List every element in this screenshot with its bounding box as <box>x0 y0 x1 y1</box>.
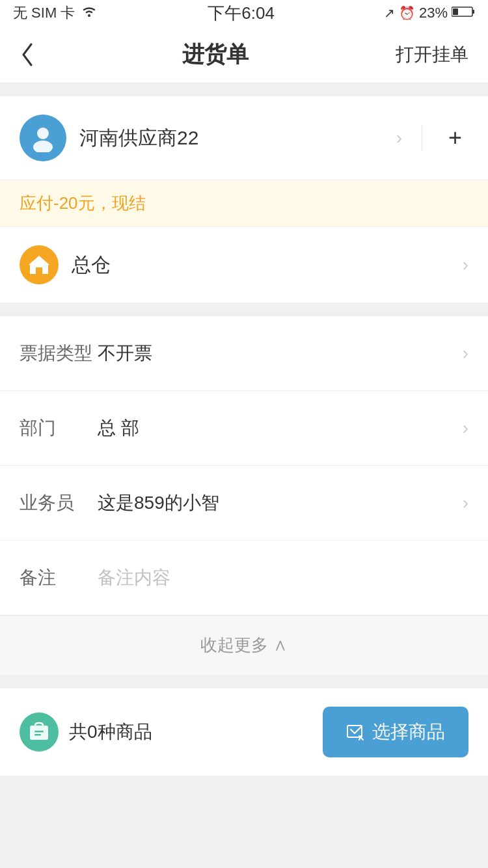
salesperson-value: 这是859的小智 <box>98 491 463 515</box>
section-divider-2 <box>0 303 488 316</box>
svg-point-0 <box>88 14 90 17</box>
salesperson-label: 业务员 <box>20 491 98 515</box>
supplier-section: 河南供应商22 › + 应付-20元，现结 总仓 › <box>0 96 488 303</box>
form-row-salesperson[interactable]: 业务员 这是859的小智 › <box>0 465 488 540</box>
svg-rect-8 <box>36 267 42 274</box>
svg-point-5 <box>33 141 53 152</box>
page-title: 进货单 <box>182 40 249 70</box>
status-bar: 无 SIM 卡 下午6:04 ↗ ⏰ 23% <box>0 0 488 26</box>
notice-text: 应付-20元，现结 <box>20 193 146 213</box>
status-right: ↗ ⏰ 23% <box>384 5 475 21</box>
back-button[interactable] <box>20 42 35 68</box>
svg-marker-7 <box>29 256 49 265</box>
select-products-label: 选择商品 <box>372 720 445 744</box>
section-divider-1 <box>0 83 488 96</box>
battery-label: 23% <box>419 5 448 21</box>
page: 无 SIM 卡 下午6:04 ↗ ⏰ 23% <box>0 0 488 868</box>
alarm-icon: ⏰ <box>399 5 415 21</box>
warehouse-name: 总仓 <box>72 252 463 278</box>
form-section: 票据类型 不开票 › 部门 总 部 › 业务员 这是859的小智 › 备注 备注… <box>0 316 488 615</box>
avatar <box>20 115 66 161</box>
svg-rect-9 <box>30 726 48 740</box>
status-left: 无 SIM 卡 <box>13 3 98 23</box>
add-supplier-button[interactable]: + <box>442 124 468 152</box>
product-count-label: 共0种商品 <box>69 720 323 744</box>
remark-label: 备注 <box>20 565 98 590</box>
svg-rect-2 <box>472 10 474 14</box>
notice-bar: 应付-20元，现结 <box>0 180 488 226</box>
carrier-label: 无 SIM 卡 <box>13 3 75 23</box>
select-products-button[interactable]: 选择商品 <box>323 707 468 757</box>
section-divider-3 <box>0 675 488 688</box>
status-time: 下午6:04 <box>208 2 275 25</box>
invoice-label: 票据类型 <box>20 341 98 366</box>
svg-point-4 <box>37 128 49 139</box>
open-pending-button[interactable]: 打开挂单 <box>396 42 468 67</box>
wifi-icon <box>80 5 98 21</box>
location-icon: ↗ <box>384 5 395 21</box>
department-chevron-icon: › <box>463 418 468 439</box>
collapse-label: 收起更多 ∧ <box>200 634 287 657</box>
svg-rect-3 <box>453 8 458 15</box>
invoice-chevron-icon: › <box>463 343 468 364</box>
supplier-name: 河南供应商22 <box>79 125 396 152</box>
salesperson-chevron-icon: › <box>463 493 468 513</box>
bottom-section: 共0种商品 选择商品 <box>0 688 488 776</box>
form-row-department[interactable]: 部门 总 部 › <box>0 390 488 465</box>
svg-rect-11 <box>34 734 41 736</box>
battery-icon <box>452 5 475 21</box>
nav-bar: 进货单 打开挂单 <box>0 26 488 83</box>
form-row-remark[interactable]: 备注 备注内容 <box>0 540 488 615</box>
form-row-invoice[interactable]: 票据类型 不开票 › <box>0 316 488 390</box>
remark-value: 备注内容 <box>98 565 468 590</box>
svg-rect-10 <box>34 731 44 733</box>
department-value: 总 部 <box>98 416 463 441</box>
supplier-row[interactable]: 河南供应商22 › + <box>0 96 488 180</box>
chevron-right-icon: › <box>396 128 402 148</box>
product-icon-wrap <box>20 712 59 752</box>
warehouse-chevron-icon: › <box>463 254 468 275</box>
supplier-actions: › + <box>396 124 468 152</box>
warehouse-icon-wrap <box>20 245 59 284</box>
vertical-divider <box>422 125 422 151</box>
department-label: 部门 <box>20 416 98 441</box>
collapse-row[interactable]: 收起更多 ∧ <box>0 615 488 675</box>
warehouse-row[interactable]: 总仓 › <box>0 226 488 303</box>
invoice-value: 不开票 <box>98 341 463 366</box>
